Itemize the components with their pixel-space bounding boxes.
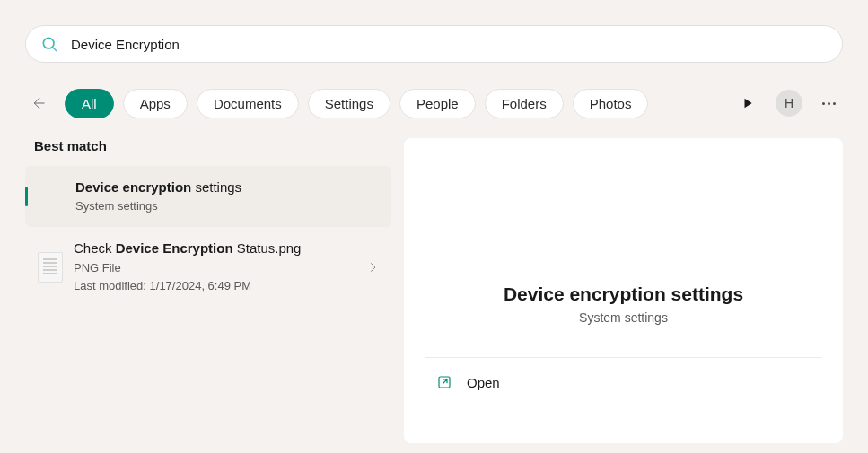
result-item-device-encryption[interactable]: Device encryption settings System settin…: [25, 166, 391, 227]
result-subtitle: PNG File: [74, 260, 366, 276]
detail-panel: Device encryption settings System settin…: [404, 138, 843, 443]
arrow-left-icon: [30, 95, 46, 111]
search-bar[interactable]: [25, 25, 843, 63]
filter-apps[interactable]: Apps: [123, 89, 188, 118]
filter-all[interactable]: All: [65, 89, 114, 118]
filter-settings[interactable]: Settings: [308, 89, 390, 118]
ellipsis-icon: [822, 102, 825, 105]
open-action[interactable]: Open: [404, 358, 843, 406]
result-title: Check Device Encryption Status.png: [74, 240, 366, 257]
section-heading-best-match: Best match: [25, 138, 391, 166]
more-button[interactable]: [815, 95, 843, 112]
detail-subtitle: System settings: [425, 310, 821, 325]
search-icon: [40, 35, 58, 53]
svg-line-1: [53, 48, 57, 51]
toolbar: All Apps Documents Settings People Folde…: [25, 88, 843, 118]
avatar[interactable]: H: [776, 90, 802, 117]
result-meta: Last modified: 1/17/2024, 6:49 PM: [74, 278, 366, 294]
detail-title: Device encryption settings: [425, 283, 821, 305]
open-external-icon: [436, 374, 452, 390]
result-subtitle: System settings: [75, 198, 379, 214]
play-button[interactable]: [732, 88, 763, 118]
search-input[interactable]: [71, 37, 828, 52]
filter-folders[interactable]: Folders: [485, 89, 564, 118]
result-item-file[interactable]: Check Device Encryption Status.png PNG F…: [25, 227, 391, 307]
play-icon: [741, 97, 754, 109]
filter-documents[interactable]: Documents: [197, 89, 299, 118]
chevron-right-icon: [366, 261, 379, 274]
result-title: Device encryption settings: [75, 179, 379, 196]
file-thumbnail-icon: [38, 252, 63, 283]
detail-icon: [425, 221, 821, 271]
back-button[interactable]: [25, 91, 50, 116]
results-list: Best match Device encryption settings Sy…: [25, 138, 391, 443]
filter-photos[interactable]: Photos: [573, 89, 649, 118]
open-label: Open: [467, 375, 500, 390]
filter-people[interactable]: People: [399, 89, 476, 118]
